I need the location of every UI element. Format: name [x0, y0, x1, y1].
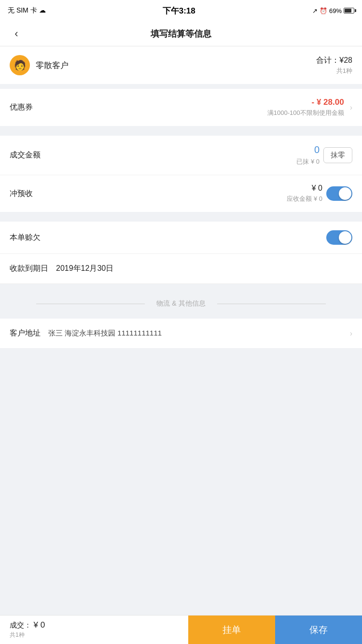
debt-toggle-knob [339, 231, 351, 244]
status-left: 无 SIM 卡 ☁ [8, 6, 46, 15]
due-date-row: 收款到期日 2019年12月30日 [0, 254, 362, 284]
bottom-deal-line: 成交： ¥ 0 [10, 620, 179, 630]
bottom-deal-amount: ¥ 0 [33, 620, 45, 630]
coupon-row[interactable]: 优惠券 - ¥ 28.00 满1000-100不限制使用金额 › [0, 89, 362, 126]
debt-toggle[interactable] [326, 230, 352, 245]
chevron-right-icon: › [350, 103, 352, 112]
back-button[interactable]: ‹ [8, 25, 25, 42]
prepayment-label: 冲预收 [10, 189, 33, 199]
page-title: 填写结算等信息 [151, 28, 211, 40]
bottom-summary: 成交： ¥ 0 共1种 [0, 616, 188, 644]
logistics-section-label: 物流 & 其他信息 [0, 294, 362, 314]
coupon-value: - ¥ 28.00 [267, 98, 344, 107]
bottom-bar: 成交： ¥ 0 共1种 挂单 保存 [0, 615, 362, 644]
alarm-icon: ⏰ [320, 7, 327, 14]
toggle-knob [339, 187, 351, 200]
coupon-value-block: - ¥ 28.00 满1000-100不限制使用金额 [267, 98, 344, 117]
location-icon: ↗ [312, 7, 318, 14]
status-right: ↗ ⏰ 69% [312, 7, 354, 14]
avatar-icon: 🧑 [14, 59, 26, 71]
status-bar: 无 SIM 卡 ☁ 下午3:18 ↗ ⏰ 69% [0, 0, 362, 21]
battery-percent: 69% [329, 7, 342, 14]
prepayment-right: ¥ 0 应收金额 ¥ 0 [287, 184, 352, 203]
customer-totals: 合计：¥28 共1种 [316, 56, 352, 75]
total-amount: 合计：¥28 [316, 56, 352, 66]
debt-right [326, 230, 352, 245]
debt-row: 本单赊欠 [0, 222, 362, 254]
empty-space [0, 353, 362, 449]
customer-info: 🧑 零散客户 [10, 55, 69, 75]
coupon-desc: 满1000-100不限制使用金额 [267, 109, 344, 117]
divider-2 [0, 217, 362, 222]
due-date-value: 2019年12月30日 [56, 264, 113, 274]
customer-name: 零散客户 [36, 60, 69, 71]
prepayment-block: ¥ 0 应收金额 ¥ 0 [287, 184, 322, 203]
pending-button[interactable]: 挂单 [188, 616, 275, 644]
back-icon: ‹ [14, 28, 18, 40]
coupon-section: 优惠券 - ¥ 28.00 满1000-100不限制使用金额 › [0, 89, 362, 126]
bottom-count: 共1种 [10, 631, 179, 639]
divider-3 [0, 289, 362, 294]
address-label: 客户地址 [10, 328, 41, 338]
status-time: 下午3:18 [163, 5, 195, 16]
content: 🧑 零散客户 合计：¥28 共1种 优惠券 - ¥ 28.00 满1000-10… [0, 46, 362, 493]
address-section[interactable]: 客户地址 张三 海淀永丰科技园 11111111111 › [0, 319, 362, 348]
due-date-label: 收款到期日 [10, 264, 48, 274]
battery-icon [344, 8, 354, 14]
address-chevron-icon: › [350, 329, 352, 338]
nav-bar: ‹ 填写结算等信息 [0, 21, 362, 46]
coupon-label: 优惠券 [10, 102, 33, 112]
no-sim-label: 无 SIM 卡 ☁ [8, 6, 46, 15]
debt-label: 本单赊欠 [10, 233, 41, 243]
customer-row: 🧑 零散客户 合计：¥28 共1种 [0, 46, 362, 84]
prepayment-sub: 应收金额 ¥ 0 [287, 195, 322, 203]
customer-avatar: 🧑 [10, 55, 30, 75]
debt-section: 本单赊欠 收款到期日 2019年12月30日 [0, 222, 362, 284]
bottom-deal-label: 成交： [10, 621, 31, 629]
deal-amount-sub: 已抹 ¥ 0 [296, 157, 320, 166]
deal-amount-right: 0 已抹 ¥ 0 抹零 [296, 144, 352, 166]
coupon-right: - ¥ 28.00 满1000-100不限制使用金额 › [267, 98, 352, 117]
prepayment-value: ¥ 0 [287, 184, 322, 193]
address-value: 张三 海淀永丰科技园 11111111111 [48, 329, 348, 338]
deal-amount-value: 0 [314, 144, 320, 155]
prepayment-toggle[interactable] [326, 186, 352, 201]
round-zero-button[interactable]: 抹零 [323, 147, 352, 163]
deal-amount-block: 0 已抹 ¥ 0 [296, 144, 320, 166]
divider-1 [0, 131, 362, 136]
divider-4 [0, 314, 362, 319]
deal-amount-row: 成交金额 0 已抹 ¥ 0 抹零 [0, 136, 362, 175]
deal-amount-label: 成交金额 [10, 150, 41, 160]
address-row[interactable]: 客户地址 张三 海淀永丰科技园 11111111111 › [0, 319, 362, 348]
amount-section: 成交金额 0 已抹 ¥ 0 抹零 冲预收 ¥ 0 应收金额 ¥ 0 [0, 136, 362, 212]
prepayment-row: 冲预收 ¥ 0 应收金额 ¥ 0 [0, 175, 362, 212]
total-count: 共1种 [316, 67, 352, 75]
save-button[interactable]: 保存 [275, 616, 362, 644]
